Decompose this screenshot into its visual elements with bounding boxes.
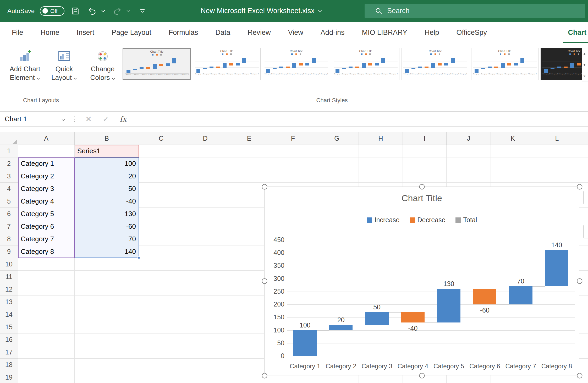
search-input[interactable]: Search <box>365 4 585 18</box>
insert-function-button[interactable]: fx <box>114 112 132 126</box>
column-header-I[interactable]: I <box>403 132 447 145</box>
row-header-16[interactable]: 16 <box>0 333 18 346</box>
formula-input[interactable] <box>132 112 588 126</box>
row-header-2[interactable]: 2 <box>0 157 18 170</box>
row-header-7[interactable]: 7 <box>0 220 18 233</box>
column-header-K[interactable]: K <box>491 132 535 145</box>
row-header-13[interactable]: 13 <box>0 296 18 308</box>
change-colors-button[interactable]: Change Colors <box>84 48 121 95</box>
chart-style-thumb-style-6[interactable]: Chart TitleCategory 1 Category 2 Categor… <box>471 48 538 80</box>
redo-dropdown-chevron-icon[interactable] <box>126 10 131 12</box>
row-header-9[interactable]: 9 <box>0 245 18 258</box>
legend-item-increase[interactable]: Increase <box>367 216 400 224</box>
name-box-dropdown-icon[interactable] <box>61 115 65 123</box>
cell-B4[interactable]: 50 <box>75 183 139 195</box>
column-header-D[interactable]: D <box>183 132 227 145</box>
ribbon-tab-help[interactable]: Help <box>416 22 448 43</box>
cell-B3[interactable]: 20 <box>75 170 139 183</box>
chart-legend[interactable]: IncreaseDecreaseTotal <box>265 216 579 224</box>
chart-title[interactable]: Chart Title <box>265 193 579 203</box>
resize-handle-top-left[interactable] <box>262 184 267 190</box>
waterfall-bar-4[interactable] <box>401 312 425 322</box>
ribbon-tab-file[interactable]: File <box>3 22 32 43</box>
chart-styles-button[interactable] <box>583 225 588 238</box>
ribbon-tab-mio-library[interactable]: MIO LIBRARY <box>353 22 416 43</box>
chart-style-thumb-style-3[interactable]: Chart TitleCategory 1 Category 2 Categor… <box>263 48 330 80</box>
resize-handle-bottom-center[interactable] <box>419 373 425 379</box>
autosave-toggle[interactable]: Off <box>40 6 64 16</box>
row-header-1[interactable]: 1 <box>0 145 18 157</box>
column-header-H[interactable]: H <box>359 132 403 145</box>
row-header-11[interactable]: 11 <box>0 271 18 283</box>
waterfall-bar-7[interactable] <box>509 286 532 304</box>
column-header-G[interactable]: G <box>315 132 359 145</box>
cell-B7[interactable]: -60 <box>75 220 139 233</box>
enter-button[interactable]: ✓ <box>97 112 114 126</box>
ribbon-tab-add-ins[interactable]: Add-ins <box>312 22 353 43</box>
cell-A7[interactable]: Category 6 <box>18 220 75 233</box>
chart-elements-button[interactable] <box>583 191 588 204</box>
ribbon-tab-officespy[interactable]: OfficeSpy <box>448 22 496 43</box>
row-header-14[interactable]: 14 <box>0 308 18 321</box>
row-header-4[interactable]: 4 <box>0 183 18 195</box>
column-header-B[interactable]: B <box>75 132 139 145</box>
ribbon-tab-view[interactable]: View <box>279 22 312 43</box>
gallery-scroll-up-button[interactable]: ▴ <box>582 48 588 59</box>
cell-A4[interactable]: Category 3 <box>18 183 75 195</box>
quick-access-toolbar-customize-button[interactable] <box>137 5 148 17</box>
legend-item-total[interactable]: Total <box>455 216 477 224</box>
undo-button[interactable] <box>86 5 98 17</box>
cell-B5[interactable]: -40 <box>75 195 139 208</box>
ribbon-tab-review[interactable]: Review <box>239 22 279 43</box>
chart-style-thumb-style-4[interactable]: Chart TitleCategory 1 Category 2 Categor… <box>332 48 399 80</box>
ribbon-tab-chart[interactable]: Chart <box>559 22 588 43</box>
waterfall-bar-6[interactable] <box>473 289 496 304</box>
column-header-F[interactable]: F <box>271 132 315 145</box>
quick-layout-button[interactable]: Quick Layout <box>49 48 80 95</box>
row-header-12[interactable]: 12 <box>0 283 18 296</box>
cell-A2[interactable]: Category 1 <box>18 157 75 170</box>
row-header-5[interactable]: 5 <box>0 195 18 208</box>
name-box[interactable]: Chart 1 <box>0 112 69 126</box>
gallery-scroll-down-button[interactable]: ▾ <box>582 59 588 70</box>
column-header-C[interactable]: C <box>139 132 183 145</box>
column-header-A[interactable]: A <box>18 132 75 145</box>
cell-B8[interactable]: 70 <box>75 233 139 245</box>
ribbon-tab-data[interactable]: Data <box>207 22 239 43</box>
redo-button[interactable] <box>112 5 123 17</box>
waterfall-bar-5[interactable] <box>437 289 460 322</box>
legend-item-decrease[interactable]: Decrease <box>410 216 446 224</box>
row-header-17[interactable]: 17 <box>0 346 18 359</box>
cancel-button[interactable]: ✕ <box>80 112 97 126</box>
cell-A8[interactable]: Category 7 <box>18 233 75 245</box>
chart-style-thumb-style-2[interactable]: Chart TitleCategory 1 Category 2 Categor… <box>193 48 260 80</box>
gallery-more-button[interactable]: ▿ <box>582 70 588 81</box>
cell-B9[interactable]: 140 <box>75 245 139 258</box>
cell-A5[interactable]: Category 4 <box>18 195 75 208</box>
cell-A9[interactable]: Category 8 <box>18 245 75 258</box>
chart-style-thumb-style-7[interactable]: Chart TitleCategory 1 Category 2 Categor… <box>541 48 582 80</box>
select-all-corner[interactable] <box>0 132 18 145</box>
row-header-15[interactable]: 15 <box>0 321 18 333</box>
column-header-E[interactable]: E <box>227 132 271 145</box>
row-header-19[interactable]: 19 <box>0 371 18 383</box>
resize-handle-mid-left[interactable] <box>262 278 267 284</box>
row-header-6[interactable]: 6 <box>0 208 18 220</box>
column-header-J[interactable]: J <box>447 132 491 145</box>
ribbon-tab-page-layout[interactable]: Page Layout <box>103 22 160 43</box>
row-header-18[interactable]: 18 <box>0 359 18 371</box>
resize-handle-top-center[interactable] <box>419 184 425 190</box>
ribbon-tab-formulas[interactable]: Formulas <box>160 22 207 43</box>
row-header-3[interactable]: 3 <box>0 170 18 183</box>
ribbon-tab-insert[interactable]: Insert <box>68 22 103 43</box>
waterfall-bar-3[interactable] <box>365 312 389 325</box>
add-chart-element-button[interactable]: Add Chart Element <box>4 48 46 95</box>
row-header-10[interactable]: 10 <box>0 258 18 271</box>
resize-handle-bottom-right[interactable] <box>577 373 582 379</box>
chart-style-thumb-style-1[interactable]: Chart TitleCategory 1 Category 2 Categor… <box>123 48 191 80</box>
cell-B1[interactable]: Series1 <box>75 145 139 157</box>
cell-A3[interactable]: Category 2 <box>18 170 75 183</box>
row-header-8[interactable]: 8 <box>0 233 18 245</box>
waterfall-bar-1[interactable] <box>293 330 317 356</box>
cell-A6[interactable]: Category 5 <box>18 208 75 220</box>
